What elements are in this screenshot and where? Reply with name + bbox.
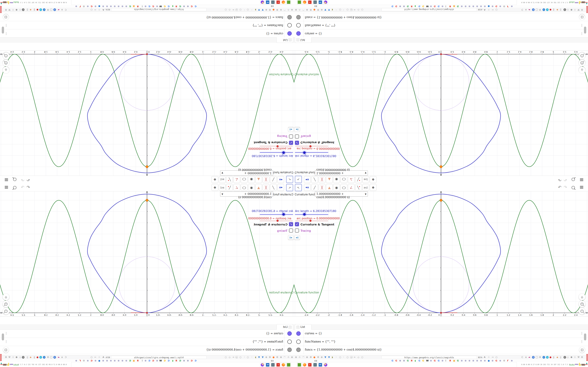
back-icon[interactable]: ←	[354, 356, 356, 359]
knot-icon[interactable]: ⊛	[145, 359, 147, 362]
algebra-row-funcs[interactable]: funcs = {1.000000000000 + cos(4.00000000…	[0, 13, 294, 21]
shield-icon[interactable]: ◇	[567, 8, 569, 11]
google-icon[interactable]: G	[179, 5, 181, 8]
dot-icon[interactable]: ◦	[336, 8, 337, 11]
google-icon[interactable]: G	[152, 5, 154, 8]
line-tool-button[interactable]: ╱	[311, 184, 318, 191]
globe-icon[interactable]: ⊕	[306, 8, 308, 11]
move-tool-button[interactable]: ↖	[295, 176, 302, 183]
function-input[interactable]: 1.000000000000 + cos(4.000000000000 x) ▼	[315, 192, 368, 197]
yandex-icon[interactable]: Я	[137, 359, 139, 362]
knot-icon[interactable]: ⊛	[102, 359, 104, 362]
knot-icon[interactable]: ⊛	[461, 5, 463, 8]
bin-icon[interactable]: ▯	[27, 8, 28, 11]
arch-icon[interactable]: ◠	[303, 8, 304, 11]
circle-icon[interactable]: ○	[225, 8, 227, 11]
gear-icon[interactable]: ⚙	[269, 8, 271, 11]
knot-icon[interactable]: ⊛	[114, 359, 116, 362]
arc-position-point[interactable]	[440, 53, 442, 55]
circle-icon[interactable]: ○	[339, 356, 341, 359]
google-icon[interactable]: G	[391, 5, 393, 8]
gear-icon[interactable]: ⚙	[276, 356, 278, 359]
chevron-up-icon[interactable]: ∧	[584, 364, 586, 366]
reflect-tool-button[interactable]: ╲	[226, 184, 233, 191]
cone-icon[interactable]: ▼	[324, 356, 326, 359]
window-icon[interactable]: ❏	[350, 356, 352, 359]
zoom-in-button[interactable]: +	[579, 301, 585, 307]
address-bar[interactable]: https://www.geogebra.org/classic/aagcxh3…	[381, 8, 477, 11]
gear-icon[interactable]: ⚙	[581, 356, 583, 359]
thumb-icon[interactable]: ✩	[12, 8, 14, 11]
visibility-marble[interactable]	[296, 331, 301, 336]
search-button[interactable]	[13, 186, 17, 190]
knot-icon[interactable]: ⊛	[125, 5, 127, 8]
shield-icon[interactable]: ◇	[229, 8, 231, 11]
search-button[interactable]	[13, 177, 17, 181]
knot-icon[interactable]: ⊛	[121, 5, 123, 8]
highlighter-icon[interactable]: ▰	[528, 8, 530, 11]
knot-icon[interactable]: ⊛	[472, 359, 474, 362]
home-view-button[interactable]: ⌂	[579, 294, 585, 300]
knot-icon[interactable]: ⊛	[75, 359, 77, 362]
download-icon[interactable]: ↓	[61, 8, 63, 11]
collapse-button[interactable]: −	[289, 38, 292, 41]
visibility-marble[interactable]	[296, 23, 301, 28]
chevron-up-icon[interactable]: ∧	[2, 1, 4, 3]
bin-icon[interactable]: ▯	[560, 356, 561, 359]
arc-length-slider-knob[interactable]	[282, 213, 285, 216]
slider-tool-button[interactable]: a=2	[363, 184, 369, 191]
thumb-icon[interactable]: ✩	[12, 356, 14, 359]
google-icon[interactable]: G	[391, 359, 393, 362]
wrench-icon[interactable]: ⚒	[578, 8, 579, 11]
google-icon[interactable]: G	[395, 5, 397, 8]
alien-icon[interactable]: ◖	[172, 359, 173, 362]
cone-icon[interactable]: ▼	[258, 356, 260, 359]
knot-icon[interactable]: ⊛	[461, 359, 463, 362]
reload-icon[interactable]: C	[65, 8, 67, 11]
app-floppy[interactable]: 64	[318, 0, 323, 5]
app-owl[interactable]: ••	[323, 362, 328, 367]
fullscreen-button[interactable]	[3, 347, 9, 353]
algebra-row-curves[interactable]: curves = {}⋮	[0, 330, 294, 338]
zoom-out-button[interactable]: −	[3, 52, 9, 59]
zoom-in-button[interactable]: +	[579, 60, 585, 66]
wikipedia-icon[interactable]: W	[426, 5, 429, 8]
dropdown-caret-icon[interactable]: ▼	[365, 172, 366, 174]
move-graphics-tool-button[interactable]: ↔↕	[212, 176, 218, 183]
curvature-tangent-checkbox[interactable]: ✓	[295, 222, 299, 226]
tracing-checkbox[interactable]	[295, 228, 299, 233]
algebra-row-funcNames[interactable]: funcNames = {"", ""}⋮	[0, 338, 294, 346]
back-icon[interactable]: ←	[232, 356, 234, 359]
f-icon[interactable]: f	[80, 359, 81, 362]
reload-icon[interactable]: C	[65, 356, 67, 359]
gear-icon[interactable]: ⚙	[269, 356, 271, 359]
oval-icon[interactable]: ◗	[255, 356, 256, 359]
google-icon[interactable]: G	[91, 5, 93, 8]
bin-icon[interactable]: ▯	[560, 8, 561, 11]
thumb-icon[interactable]: ✩	[574, 356, 576, 359]
zoom-level-badge[interactable]: 81%	[106, 356, 110, 359]
translate-icon[interactable]: A	[532, 356, 535, 359]
dark-globe-icon[interactable]: ⊕	[571, 356, 572, 359]
zoom-level-badge[interactable]: 81%	[478, 8, 482, 11]
arc-icon[interactable]: ∩	[287, 8, 289, 11]
move-graphics-tool-button[interactable]: ↔↕	[370, 176, 376, 183]
app-owl[interactable]: ••	[260, 362, 265, 367]
oval-icon[interactable]: ◗	[332, 356, 333, 359]
wikipedia-icon[interactable]: W	[426, 359, 429, 362]
google-icon[interactable]: G	[152, 359, 154, 362]
fullscreen-button[interactable]	[3, 14, 9, 20]
google-icon[interactable]: G	[129, 5, 131, 8]
undo-button[interactable]: ↶	[558, 178, 562, 182]
point-tool-button[interactable]: A	[277, 176, 284, 183]
dot-icon[interactable]: ◦	[244, 356, 245, 359]
cone-icon[interactable]: ▼	[258, 8, 260, 11]
window-icon[interactable]: ❏	[236, 8, 238, 11]
google-icon[interactable]: G	[418, 359, 420, 362]
perpendicular-line-tool-button[interactable]: ╳	[263, 184, 269, 191]
globe-icon[interactable]: ⊕	[295, 356, 297, 359]
visibility-marble[interactable]	[287, 348, 292, 352]
shield-icon[interactable]: ◇	[19, 356, 21, 359]
knot-icon[interactable]: ⊛	[468, 359, 470, 362]
app-owl[interactable]: ••	[260, 0, 265, 5]
